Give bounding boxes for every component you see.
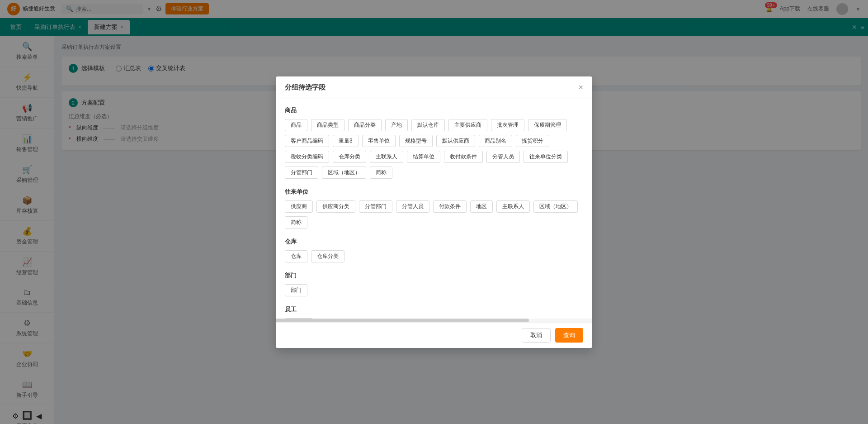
field-tags-warehouse: 仓库仓库分类: [285, 250, 583, 262]
field-tag-warehouse-cat[interactable]: 仓库分类: [333, 151, 366, 163]
field-group-product: 商品商品商品类型商品分类产地默认仓库主要供应商批次管理保质期管理客户商品编码重量…: [285, 106, 583, 179]
modal-title: 分组待选字段: [285, 83, 326, 92]
field-group-title-staff: 员工: [285, 305, 583, 314]
field-tag-default-supplier[interactable]: 默认供应商: [436, 135, 475, 147]
field-tag-area2[interactable]: 地区: [470, 200, 493, 213]
field-tag-default-warehouse[interactable]: 默认仓库: [411, 119, 445, 131]
field-tag-pay-terms2[interactable]: 付款条件: [433, 200, 467, 213]
field-group-title-counterparty: 往来单位: [285, 188, 583, 196]
field-tag-department[interactable]: 部门: [285, 284, 307, 296]
field-group-warehouse: 仓库仓库仓库分类: [285, 238, 583, 262]
modal-hscroll-thumb[interactable]: [276, 319, 529, 322]
field-tag-expiry-mgmt[interactable]: 保质期管理: [528, 119, 567, 131]
field-tag-rebate-points[interactable]: 拣货积分: [516, 135, 549, 147]
field-tag-customer-code[interactable]: 客户商品编码: [285, 135, 329, 147]
field-group-title-warehouse: 仓库: [285, 238, 583, 246]
modal-footer: 取消 查询: [276, 322, 592, 348]
field-tag-product-alias[interactable]: 商品别名: [479, 135, 512, 147]
field-group-title-product: 商品: [285, 106, 583, 114]
field-tag-manager[interactable]: 分管人员: [486, 151, 520, 163]
field-tag-mgmt-dept[interactable]: 分管部门: [285, 167, 318, 179]
field-tag-main-supplier[interactable]: 主要供应商: [448, 119, 487, 131]
field-tag-payment-terms[interactable]: 收付款条件: [444, 151, 483, 163]
field-select-modal: 分组待选字段 × 商品商品商品类型商品分类产地默认仓库主要供应商批次管理保质期管…: [276, 76, 592, 348]
field-tag-short-name[interactable]: 简称: [370, 167, 392, 179]
field-tags-product: 商品商品类型商品分类产地默认仓库主要供应商批次管理保质期管理客户商品编码重量3零…: [285, 119, 583, 179]
field-tag-supplier-cat[interactable]: 供应商分类: [316, 200, 355, 213]
field-group-staff: 员工业务员: [285, 305, 583, 319]
modal-overlay: 分组待选字段 × 商品商品商品类型商品分类产地默认仓库主要供应商批次管理保质期管…: [0, 0, 868, 424]
field-tag-short2[interactable]: 简称: [285, 216, 307, 229]
field-tag-product-cat[interactable]: 商品分类: [348, 119, 382, 131]
field-tag-weight3[interactable]: 重量3: [333, 135, 359, 147]
field-tag-spec-model[interactable]: 规格型号: [399, 135, 433, 147]
field-tag-contact2[interactable]: 主联系人: [496, 200, 530, 213]
field-tags-counterparty: 供应商供应商分类分管部门分管人员付款条件地区主联系人区域（地区）简称: [285, 200, 583, 229]
field-tag-supplier[interactable]: 供应商: [285, 200, 313, 213]
field-tag-region2[interactable]: 区域（地区）: [533, 200, 578, 213]
field-tag-batch-mgmt[interactable]: 批次管理: [491, 119, 524, 131]
field-tag-region[interactable]: 区域（地区）: [322, 167, 366, 179]
modal-body: 商品商品商品类型商品分类产地默认仓库主要供应商批次管理保质期管理客户商品编码重量…: [276, 99, 592, 319]
field-tag-settle-unit[interactable]: 结算单位: [407, 151, 440, 163]
field-tag-dept2[interactable]: 分管部门: [359, 200, 392, 213]
field-tag-wh[interactable]: 仓库: [285, 250, 307, 262]
field-group-title-dept: 部门: [285, 272, 583, 280]
modal-horizontal-scrollbar[interactable]: [276, 319, 592, 322]
field-group-dept: 部门部门: [285, 272, 583, 296]
field-tag-origin-unit[interactable]: 往来单位分类: [524, 151, 568, 163]
field-tag-product[interactable]: 商品: [285, 119, 307, 131]
confirm-button[interactable]: 查询: [555, 328, 583, 343]
modal-header: 分组待选字段 ×: [276, 76, 592, 99]
modal-close-button[interactable]: ×: [578, 83, 583, 92]
field-tag-wh-cat[interactable]: 仓库分类: [311, 250, 344, 262]
field-tag-person2[interactable]: 分管人员: [396, 200, 429, 213]
field-tag-main-contact[interactable]: 主联系人: [370, 151, 403, 163]
field-group-counterparty: 往来单位供应商供应商分类分管部门分管人员付款条件地区主联系人区域（地区）简称: [285, 188, 583, 229]
field-tag-product-type[interactable]: 商品类型: [311, 119, 344, 131]
field-tag-retail-unit[interactable]: 零售单位: [362, 135, 396, 147]
field-tags-dept: 部门: [285, 284, 583, 296]
field-tag-origin[interactable]: 产地: [385, 119, 408, 131]
field-tag-tax-code[interactable]: 税收分类编码: [285, 151, 329, 163]
cancel-button[interactable]: 取消: [522, 328, 551, 343]
